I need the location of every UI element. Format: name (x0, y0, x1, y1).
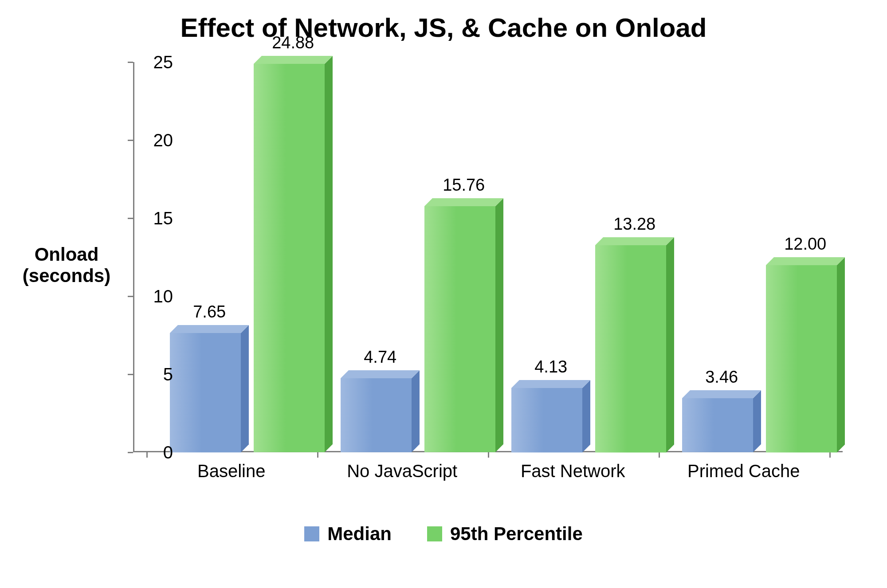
bar-chart: Effect of Network, JS, & Cache on Onload… (0, 0, 887, 588)
bar-median (341, 370, 420, 452)
bar-p95 (424, 198, 503, 452)
y-tick (128, 62, 133, 63)
svg-rect-2 (254, 64, 325, 452)
svg-rect-23 (682, 398, 753, 452)
legend: Median 95th Percentile (0, 523, 887, 545)
x-tick (488, 452, 489, 458)
y-tick-label: 0 (137, 443, 173, 463)
svg-marker-1 (254, 56, 333, 64)
legend-swatch-p95 (427, 526, 442, 541)
svg-rect-5 (170, 333, 241, 452)
y-tick (128, 374, 133, 375)
y-axis-label: Onload (seconds) (18, 244, 115, 287)
x-tick (317, 452, 318, 458)
svg-marker-4 (170, 325, 249, 333)
data-label-p95: 12.00 (784, 235, 826, 254)
data-label-p95: 24.88 (272, 33, 314, 52)
bar-median (682, 390, 761, 452)
svg-marker-0 (325, 56, 333, 452)
svg-marker-16 (511, 380, 590, 388)
svg-rect-8 (424, 206, 495, 452)
svg-marker-13 (595, 237, 674, 245)
svg-marker-15 (582, 380, 590, 452)
svg-rect-17 (511, 388, 582, 452)
svg-rect-20 (766, 265, 837, 452)
y-tick (128, 218, 133, 219)
y-tick-label: 5 (137, 365, 173, 384)
data-label-median: 3.46 (705, 368, 738, 387)
x-tick (829, 452, 831, 458)
y-axis-label-line1: Onload (35, 244, 99, 265)
legend-item-median: Median (304, 523, 392, 545)
svg-marker-19 (766, 257, 845, 265)
y-tick-label: 15 (137, 208, 173, 228)
svg-marker-12 (666, 237, 674, 452)
y-tick (128, 296, 133, 297)
y-axis-label-line2: (seconds) (23, 265, 110, 286)
x-category-label: No JavaScript (347, 461, 457, 481)
plot-area: Baseline 7.6524.88No JavaScript (133, 62, 843, 452)
data-label-median: 4.13 (534, 357, 567, 376)
bar-median (170, 325, 249, 452)
y-tick-label: 20 (137, 130, 173, 150)
svg-marker-7 (424, 198, 503, 206)
svg-marker-18 (837, 257, 845, 452)
svg-marker-22 (682, 390, 761, 398)
legend-label-p95: 95th Percentile (450, 523, 583, 545)
data-label-median: 7.65 (193, 302, 226, 321)
y-axis (133, 62, 134, 452)
data-label-median: 4.74 (364, 348, 396, 367)
legend-label-median: Median (327, 523, 392, 545)
chart-title: Effect of Network, JS, & Cache on Onload (0, 12, 887, 43)
y-tick (128, 140, 133, 141)
data-label-p95: 15.76 (443, 176, 485, 195)
svg-marker-3 (241, 325, 249, 452)
svg-rect-11 (341, 378, 412, 452)
legend-swatch-median (304, 526, 319, 541)
y-tick (128, 452, 133, 453)
y-tick-label: 10 (137, 286, 173, 306)
svg-marker-10 (341, 370, 420, 378)
x-tick (659, 452, 660, 458)
x-category-label: Baseline (197, 461, 265, 481)
bar-p95 (766, 257, 845, 452)
bar-median (511, 380, 590, 452)
svg-rect-14 (595, 245, 666, 452)
svg-marker-21 (753, 390, 761, 452)
x-category-label: Fast Network (521, 461, 625, 481)
svg-marker-9 (412, 370, 420, 452)
svg-marker-6 (495, 198, 503, 452)
x-category-label: Primed Cache (687, 461, 800, 481)
bar-p95 (254, 56, 333, 452)
legend-item-p95: 95th Percentile (427, 523, 583, 545)
y-tick-label: 25 (137, 52, 173, 72)
bar-p95 (595, 237, 674, 452)
data-label-p95: 13.28 (613, 215, 655, 234)
